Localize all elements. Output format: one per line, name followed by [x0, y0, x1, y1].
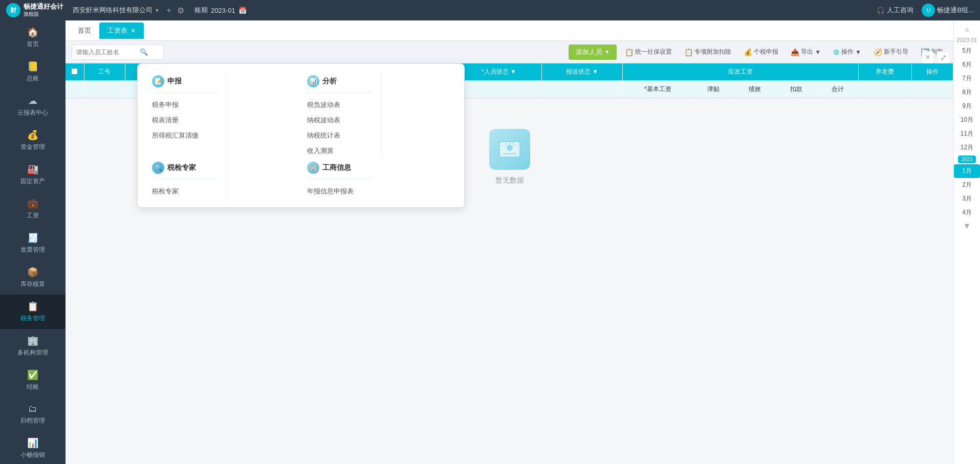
tab-home[interactable]: 首页 [70, 23, 99, 39]
top-right-actions: 🎧 人工咨询 U 畅捷通B组... [877, 4, 974, 17]
menu-item-income-estimate[interactable]: 收入测算 [307, 143, 373, 159]
multi-icon: 🏢 [27, 335, 38, 346]
support-button[interactable]: 🎧 人工咨询 [877, 6, 913, 15]
cal-month-4[interactable]: 4月 [954, 206, 980, 219]
app-sub: 旗舰版 [24, 11, 63, 18]
logo-text-block: 畅捷通好会计 旗舰版 [24, 3, 63, 18]
tab-close-icon[interactable]: ✕ [130, 27, 136, 34]
search-wrap: 🔍 [72, 45, 164, 60]
cal-month-5[interactable]: 5月 [954, 44, 980, 58]
company-dropdown-icon: ▼ [155, 8, 160, 13]
cal-month-8[interactable]: 8月 [954, 85, 980, 99]
inventory-icon: 📦 [27, 267, 38, 278]
th-sub-empty2 [84, 81, 125, 98]
sidebar-item-funds[interactable]: 💰 资金管理 [0, 123, 66, 158]
th-sub-empty8 [456, 81, 541, 98]
dropdown-menu: 📝 申报 税务申报 税表清册 所得税汇算清缴 📊 分析 税负波动表 纳税波动表 … [137, 63, 465, 208]
salary-icon: 💼 [27, 198, 38, 209]
sidebar-item-report[interactable]: 📊 小畅报销 [0, 431, 66, 464]
menu-item-tax-expert[interactable]: 税检专家 [152, 184, 217, 199]
select-all-checkbox[interactable] [71, 68, 78, 75]
sidebar: 🏠 首页 📒 总账 ☁ 云报表中心 💰 资金管理 🏭 固定资产 💼 工资 🧾 发… [0, 20, 66, 464]
th-allowance: 津贴 [693, 81, 734, 98]
period-value: 2023-01 [211, 7, 235, 14]
headset-icon: 🎧 [877, 7, 885, 14]
export-button[interactable]: 📤 导出 ▼ [787, 45, 825, 60]
divider3 [226, 159, 226, 199]
sidebar-item-multi[interactable]: 🏢 多机构管理 [0, 329, 66, 363]
social-insurance-label: 统一社保设置 [635, 48, 672, 56]
th-performance: 绩效 [734, 81, 776, 98]
biz-section-icon: 🏢 [307, 162, 319, 174]
special-deduction-button[interactable]: 📋 专项附加扣除 [680, 45, 735, 60]
operate-button[interactable]: ⚙ 操作 ▼ [829, 45, 865, 60]
sidebar-item-ledger[interactable]: 📒 总账 [0, 55, 66, 89]
user-label: 畅捷通B组... [937, 6, 974, 15]
newbie-guide-button[interactable]: 🧭 新手引导 [869, 45, 912, 60]
sidebar-item-archive-label: 归档管理 [20, 416, 45, 425]
special-deduction-label: 专项附加扣除 [694, 48, 731, 56]
calendar-nav-down-button[interactable]: ▼ [961, 219, 973, 233]
sidebar-item-tax[interactable]: 📋 税务管理 [0, 295, 66, 329]
tab-salary[interactable]: 工资表 ✕ [99, 23, 144, 39]
menu-item-tax-wave[interactable]: 纳税波动表 [307, 113, 373, 128]
cal-month-7[interactable]: 7月 [954, 72, 980, 85]
company-selector[interactable]: 西安虾米网络科技有限公司 ▼ [73, 6, 160, 15]
newbie-guide-icon: 🧭 [874, 48, 882, 56]
funds-icon: 💰 [27, 129, 38, 141]
app-logo: 财 畅捷通好会计 旗舰版 [6, 3, 68, 18]
menu-section-declare-title: 📝 申报 [152, 72, 217, 93]
cal-month-12[interactable]: 12月 [954, 141, 980, 154]
sidebar-item-invoice[interactable]: 🧾 发票管理 [0, 226, 66, 260]
menu-item-tax-burden[interactable]: 税负波动表 [307, 97, 373, 113]
menu-item-tax-table[interactable]: 税表清册 [152, 113, 217, 128]
sidebar-item-ledger-label: 总账 [27, 74, 39, 83]
sidebar-item-assets-label: 固定资产 [20, 177, 45, 186]
calendar-nav-up-button[interactable]: ▲ [961, 23, 973, 36]
menu-item-tax-declare[interactable]: 税务申报 [152, 97, 217, 113]
personal-tax-icon: 💰 [744, 48, 752, 56]
newbie-guide-label: 新手引导 [884, 48, 908, 56]
cal-month-6[interactable]: 6月 [954, 58, 980, 72]
th-basic-wage: *基本工资 [623, 81, 693, 98]
menu-item-income-tax-settle[interactable]: 所得税汇算清缴 [152, 128, 217, 143]
cal-month-11[interactable]: 11月 [954, 127, 980, 141]
th-sub-action [912, 81, 953, 98]
sidebar-item-cloud[interactable]: ☁ 云报表中心 [0, 89, 66, 123]
sidebar-item-multi-label: 多机构管理 [17, 348, 48, 357]
main-layout: 🏠 首页 📒 总账 ☁ 云报表中心 💰 资金管理 🏭 固定资产 💼 工资 🧾 发… [0, 20, 980, 464]
calendar-icon[interactable]: 📅 [238, 7, 247, 14]
menu-section-analysis: 📊 分析 税负波动表 纳税波动表 纳税统计表 收入测算 [301, 72, 379, 159]
sidebar-item-archive[interactable]: 🗂 归档管理 [0, 397, 66, 431]
operate-arrow-icon: ▼ [855, 49, 861, 56]
sidebar-item-settle[interactable]: ✅ 结账 [0, 363, 66, 397]
app-title: 畅捷通好会计 [24, 3, 63, 11]
report-status-filter-icon[interactable]: ▼ [592, 68, 598, 75]
sidebar-item-home[interactable]: 🏠 首页 [0, 20, 66, 55]
archive-icon: 🗂 [28, 404, 37, 414]
personal-tax-button[interactable]: 💰 个税申报 [739, 45, 782, 60]
th-report-status: 报送状态 ▼ [542, 63, 623, 81]
cal-month-3[interactable]: 3月 [954, 192, 980, 206]
cal-month-10[interactable]: 10月 [954, 113, 980, 127]
sidebar-item-inventory[interactable]: 📦 库存核算 [0, 260, 66, 295]
menu-item-annual-report[interactable]: 年报信息申报表 [307, 184, 373, 199]
sidebar-item-salary[interactable]: 💼 工资 [0, 192, 66, 226]
add-person-button[interactable]: 添加人员 ▼ [569, 45, 617, 60]
personal-tax-label: 个税申报 [754, 48, 778, 56]
th-deduction: 扣款 [776, 81, 817, 98]
cal-month-9[interactable]: 9月 [954, 99, 980, 113]
close-button[interactable]: × [922, 51, 934, 63]
person-status-filter-icon[interactable]: ▼ [510, 68, 516, 75]
cal-month-1[interactable]: 1月 [954, 164, 980, 178]
add-company-button[interactable]: ＋ [165, 5, 173, 16]
resize-button[interactable]: ⤢ [937, 51, 949, 63]
search-input[interactable] [76, 49, 138, 56]
menu-section-expert-title: 🔍 税检专家 [152, 159, 217, 180]
cal-month-2[interactable]: 2月 [954, 178, 980, 192]
user-profile[interactable]: U 畅捷通B组... [922, 4, 974, 17]
sidebar-item-assets[interactable]: 🏭 固定资产 [0, 158, 66, 192]
social-insurance-button[interactable]: 📋 统一社保设置 [621, 45, 676, 60]
menu-item-tax-stats[interactable]: 纳税统计表 [307, 128, 373, 143]
company-settings-icon[interactable]: ⚙ [177, 6, 184, 15]
